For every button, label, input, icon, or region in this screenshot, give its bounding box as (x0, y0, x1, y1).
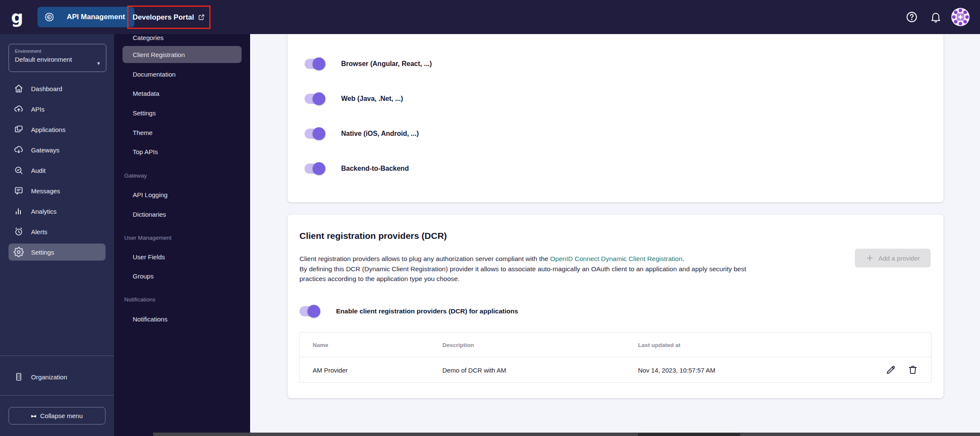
sidebar-item-label: Dashboard (31, 85, 62, 92)
dcr-description: Client registration providers allows to … (299, 254, 848, 284)
api-management-button[interactable]: API Management (37, 7, 134, 27)
main-content: Browser (Angular, React, ...)Web (Java, … (250, 34, 980, 436)
enable-dcr-toggle-label: Enable client registration providers (DC… (336, 307, 518, 315)
provider-name: AM Provider (313, 367, 348, 374)
app-type-toggle-row: Browser (Angular, React, ...) (305, 57, 432, 70)
gravitee-logo: g (11, 9, 23, 26)
home-icon (14, 83, 24, 94)
help-icon[interactable] (905, 11, 918, 24)
sidebar-item-dashboard[interactable]: Dashboard (9, 80, 105, 97)
submenu-label: User Fields (133, 253, 165, 261)
api-management-label: API Management (67, 13, 125, 21)
sidebar-item-label: APIs (31, 106, 45, 113)
toggle-label: Web (Java, .Net, ...) (341, 95, 403, 103)
sidebar-item-settings[interactable]: Settings (9, 244, 105, 261)
external-link-icon (198, 14, 205, 21)
submenu-item-groups[interactable]: Groups (122, 267, 242, 284)
submenu-label: Dictionaries (133, 211, 166, 218)
submenu-label: Gateway (124, 172, 147, 179)
submenu-item-theme[interactable]: Theme (122, 124, 242, 141)
settings-submenu-sidebar: CategoriesClient RegistrationDocumentati… (114, 34, 250, 436)
submenu-item-documentation[interactable]: Documentation (122, 66, 242, 83)
sidebar-item-label: Analytics (31, 208, 57, 215)
sidebar-item-label: Applications (31, 126, 66, 133)
app-type-toggle-row: Backend-to-Backend (305, 162, 409, 175)
submenu-item-notifications[interactable]: Notifications (122, 310, 242, 327)
submenu-item-categories[interactable]: Categories (122, 34, 242, 46)
sidebar-item-analytics[interactable]: Analytics (9, 203, 105, 220)
submenu-item-client-registration[interactable]: Client Registration (122, 46, 242, 63)
providers-table: Name Description Last updated at AM Prov… (299, 332, 932, 383)
collapse-menu-button[interactable]: ▸◂ Collapse menu (9, 407, 105, 425)
submenu-item-metadata[interactable]: Metadata (122, 85, 242, 102)
toggle-web-java-net[interactable] (305, 94, 324, 104)
add-provider-label: Add a provider (878, 255, 920, 262)
submenu-label: Top APIs (133, 148, 158, 155)
toggle-label: Browser (Angular, React, ...) (341, 60, 432, 68)
toggle-label: Native (iOS, Android, ...) (341, 130, 419, 138)
bar-chart-icon (14, 206, 24, 216)
sidebar-item-audit[interactable]: Audit (9, 162, 105, 179)
submenu-label: API Logging (133, 191, 168, 198)
submenu-label: Settings (133, 109, 156, 117)
enable-dcr-toggle-row: Enable client registration providers (DC… (299, 305, 518, 318)
table-row: AM ProviderDemo of DCR with AMNov 14, 20… (300, 357, 931, 383)
submenu-item-api-logging[interactable]: API Logging (122, 186, 242, 203)
submenu-label: User Management (124, 235, 171, 241)
cloud-up-icon (14, 104, 24, 114)
cloud-down-icon (14, 145, 24, 155)
environment-selector[interactable]: Environment Default environment ▾ (9, 44, 106, 72)
dcr-desc-text: . (682, 255, 684, 262)
sidebar-item-organization[interactable]: Organization (9, 368, 105, 385)
applications-icon (14, 124, 24, 135)
delete-trash-icon[interactable] (907, 364, 918, 376)
user-avatar[interactable] (951, 8, 970, 26)
submenu-label: Metadata (133, 90, 160, 97)
audit-search-icon (14, 165, 24, 175)
dcr-desc-text: practices according to the application t… (299, 275, 460, 282)
provider-last-updated: Nov 14, 2023, 10:57:57 AM (638, 367, 715, 374)
gear-logo-icon (44, 12, 54, 22)
sidebar-item-apis[interactable]: APIs (9, 100, 105, 118)
sidebar-item-applications[interactable]: Applications (9, 121, 105, 138)
app-type-toggle-row: Native (iOS, Android, ...) (305, 127, 419, 140)
divider (0, 395, 114, 396)
collapse-arrows-icon: ▸◂ (31, 413, 35, 419)
toggle-browser-angular-react[interactable] (305, 59, 324, 69)
enable-dcr-toggle[interactable] (299, 306, 319, 316)
developers-portal-link-annotated[interactable]: Developers Portal (127, 6, 211, 29)
developers-portal-label: Developers Portal (133, 13, 194, 22)
notifications-bell-icon[interactable] (929, 11, 942, 23)
submenu-item-top-apis[interactable]: Top APIs (122, 143, 242, 160)
sidebar-item-label: Settings (31, 249, 54, 256)
app-type-toggle-row: Web (Java, .Net, ...) (305, 92, 403, 105)
sidebar-item-alerts[interactable]: Alerts (9, 223, 105, 240)
submenu-item-dictionaries[interactable]: Dictionaries (122, 206, 242, 223)
environment-label: Environment (15, 49, 100, 54)
submenu-label: Documentation (133, 71, 176, 78)
submenu-section-gateway: Gateway (122, 169, 242, 181)
edit-pencil-icon[interactable] (885, 364, 896, 376)
dcr-providers-card: Client registration providers (DCR) Clie… (288, 215, 943, 398)
submenu-label: Notifications (124, 296, 156, 303)
add-provider-button[interactable]: Add a provider (855, 249, 931, 267)
toggle-backend-to-backend[interactable] (305, 164, 324, 174)
sidebar-item-gateways[interactable]: Gateways (9, 141, 105, 158)
toggle-label: Backend-to-Backend (341, 165, 409, 172)
submenu-label: Client Registration (133, 51, 185, 58)
toggle-native-ios-android[interactable] (305, 129, 324, 139)
submenu-label: Theme (133, 129, 153, 136)
environment-value: Default environment (15, 56, 72, 63)
column-header-name: Name (313, 341, 328, 348)
background-window-edge (638, 433, 740, 436)
building-icon (14, 372, 24, 382)
submenu-item-settings[interactable]: Settings (122, 104, 242, 121)
sidebar-item-messages[interactable]: Messages (9, 182, 105, 199)
alarm-clock-icon (14, 227, 24, 237)
openid-dcr-link[interactable]: OpenID Connect Dynamic Client Registrati… (550, 255, 682, 262)
submenu-label: Groups (133, 272, 154, 280)
plus-icon (866, 254, 874, 262)
dcr-desc-text: Client registration providers allows to … (299, 255, 550, 262)
dcr-card-title: Client registration providers (DCR) (299, 231, 447, 241)
submenu-item-user-fields[interactable]: User Fields (122, 248, 242, 265)
